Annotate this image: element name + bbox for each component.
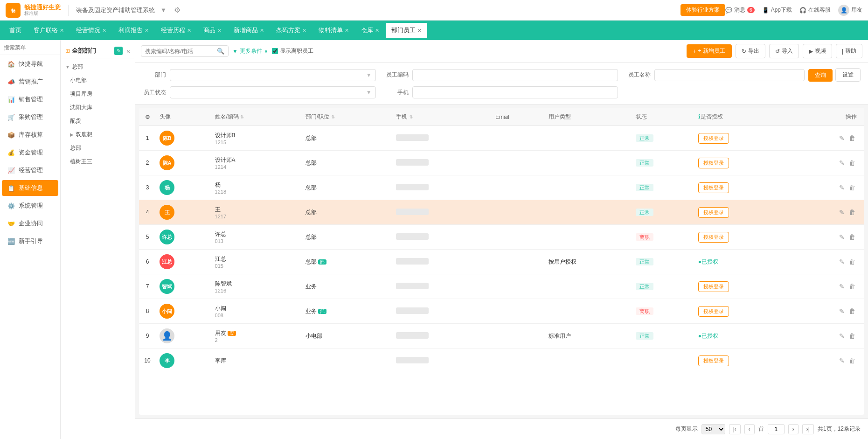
setting-btn[interactable]: 设置 [835,68,861,82]
next-page-btn[interactable]: › [788,424,799,434]
nav-tab-商品[interactable]: 商品 ✕ [198,23,227,38]
search-menu-input[interactable] [4,44,61,51]
sidebar-item-inventory[interactable]: 📦库存核算 [0,126,60,144]
th-name[interactable]: 姓名/编码 ⇅ [211,108,302,126]
settings-gear-icon[interactable]: ⚙ [174,6,181,14]
auth-btn[interactable]: 授权登录 [698,207,729,218]
tree-node-配货[interactable]: 配货 [61,114,135,128]
emp-status-select[interactable]: ▼ [170,86,376,98]
edit-icon[interactable]: ✎ [839,258,845,265]
nav-tab-物料清单[interactable]: 物料清单 ✕ [313,23,354,38]
sidebar-item-collab[interactable]: 🤝企业协同 [0,215,60,232]
edit-icon[interactable]: ✎ [839,159,845,167]
delete-icon[interactable]: 🗑 [849,184,855,191]
tree-node-项目库房[interactable]: 项目库房 [61,87,135,101]
page-number-input[interactable] [768,424,785,434]
auth-btn[interactable]: 授权登录 [698,281,729,292]
delete-icon[interactable]: 🗑 [849,159,855,167]
sidebar-item-guide[interactable]: 🆕新手引导 [0,232,60,250]
edit-icon[interactable]: ✎ [839,184,845,191]
close-tab-icon[interactable]: ✕ [145,28,149,34]
tree-collapse-icon[interactable]: « [126,47,130,55]
import-btn[interactable]: ↺ 导入 [769,44,799,58]
sidebar-item-basic[interactable]: 📋基础信息 [2,180,58,196]
nav-tab-新增商品[interactable]: 新增商品 ✕ [228,23,270,38]
online-service-btn[interactable]: 🎧 在线客服 [799,6,831,14]
close-tab-icon[interactable]: ✕ [345,28,349,34]
prev-page-btn[interactable]: ‹ [744,424,755,434]
th-phone[interactable]: 手机 ⇅ [392,108,492,126]
dropdown-icon[interactable]: ▼ [160,7,167,14]
search-btn[interactable]: 查询 [808,69,833,82]
sidebar-item-system[interactable]: ⚙️系统管理 [0,197,60,215]
user-btn[interactable]: 👤 用友 [838,5,862,16]
edit-icon[interactable]: ✎ [839,233,845,241]
close-tab-icon[interactable]: ✕ [375,28,379,34]
auth-btn[interactable]: 授权登录 [698,355,729,366]
close-tab-icon[interactable]: ✕ [260,28,264,34]
close-tab-icon[interactable]: ✕ [417,28,422,34]
delete-icon[interactable]: 🗑 [849,307,855,315]
sidebar-item-operation[interactable]: 📈经营管理 [0,161,60,179]
sidebar-item-quick-nav[interactable]: 🏠快捷导航 [0,55,60,73]
edit-icon[interactable]: ✎ [839,332,845,340]
last-page-btn[interactable]: ›| [802,424,814,434]
delete-icon[interactable]: 🗑 [849,283,855,290]
nav-tab-部门员工[interactable]: 部门员工 ✕ [386,23,427,38]
emp-code-input[interactable] [412,69,618,81]
close-tab-icon[interactable]: ✕ [60,28,64,34]
close-tab-icon[interactable]: ✕ [102,28,106,34]
app-download-btn[interactable]: 📱 App下载 [762,6,792,14]
edit-icon[interactable]: ✎ [839,357,845,364]
nav-tab-条码方案[interactable]: 条码方案 ✕ [271,23,312,38]
dept-select[interactable]: ▼ [170,69,376,81]
collapse-btn[interactable]: ✎ [114,47,123,55]
tree-node-总部[interactable]: 总部 [61,141,135,155]
sidebar-item-purchase[interactable]: 🛒采购管理 [0,108,60,126]
nav-tab-利润报告[interactable]: 利润报告 ✕ [113,23,154,38]
experience-btn[interactable]: 体验行业方案 [681,4,725,16]
edit-icon[interactable]: ✎ [839,209,845,216]
help-btn[interactable]: | 帮助 [836,44,862,58]
nav-tab-客户联络[interactable]: 客户联络 ✕ [28,23,69,38]
close-tab-icon[interactable]: ✕ [187,28,191,34]
delete-icon[interactable]: 🗑 [849,134,855,142]
delete-icon[interactable]: 🗑 [849,357,855,364]
tree-node-总部[interactable]: ▼总部 [61,60,135,74]
view-btn[interactable]: ▶ 视频 [803,44,832,58]
tree-node-植树王三[interactable]: 植树王三 [61,155,135,168]
delete-icon[interactable]: 🗑 [849,233,855,241]
edit-icon[interactable]: ✎ [839,307,845,315]
auth-btn[interactable]: 授权登录 [698,182,729,193]
edit-icon[interactable]: ✎ [839,283,845,290]
tree-node-小电部[interactable]: 小电部 [61,74,135,87]
th-dept[interactable]: 部门/职位 ⇅ [302,108,392,126]
phone-input[interactable] [412,86,618,98]
emp-name-input[interactable] [654,69,805,81]
search-employee-input[interactable] [145,48,215,55]
delete-icon[interactable]: 🗑 [849,332,855,340]
close-tab-icon[interactable]: ✕ [302,28,306,34]
show-resigned-checkbox[interactable] [272,48,278,54]
per-page-select[interactable]: 50 100 200 [701,424,725,434]
add-employee-btn[interactable]: + + 新增员工 [687,44,732,58]
sidebar-item-marketing[interactable]: 📣营销推广 [0,73,60,91]
tree-node-双鹿想[interactable]: ▶双鹿想 [61,128,135,141]
delete-icon[interactable]: 🗑 [849,258,855,265]
export-btn[interactable]: ↻ 导出 [736,44,765,58]
edit-icon[interactable]: ✎ [839,134,845,142]
nav-tab-仓库[interactable]: 仓库 ✕ [355,23,385,38]
auth-btn[interactable]: 授权登录 [698,133,729,144]
delete-icon[interactable]: 🗑 [849,209,855,216]
auth-btn[interactable]: 授权登录 [698,306,729,317]
nav-tab-经营历程[interactable]: 经营历程 ✕ [155,23,197,38]
auth-btn[interactable]: 授权登录 [698,232,729,243]
close-tab-icon[interactable]: ✕ [217,28,222,34]
th-settings[interactable]: ⚙ [139,108,156,126]
more-filter-btn[interactable]: ▼ 更多条件 ∧ [232,47,268,55]
sidebar-item-finance[interactable]: 💰资金管理 [0,144,60,161]
message-btn[interactable]: 💬 消息 6 [725,6,755,14]
tree-node-沈阳大库[interactable]: 沈阳大库 [61,101,135,114]
show-resigned-wrap[interactable]: 显示离职员工 [272,47,313,55]
auth-btn[interactable]: 授权登录 [698,158,729,168]
